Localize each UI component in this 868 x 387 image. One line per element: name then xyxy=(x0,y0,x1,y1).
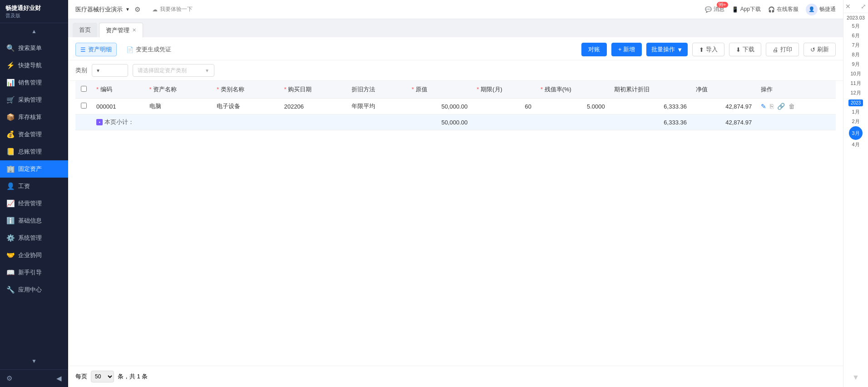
month-6[interactable]: 6月 xyxy=(852,31,859,40)
month-3-active[interactable]: 3月 xyxy=(849,126,863,140)
download-button[interactable]: ⬇ 下载 xyxy=(729,43,761,56)
month-11[interactable]: 11月 xyxy=(850,79,861,88)
sidebar-item-funds[interactable]: 💰 资金管理 xyxy=(0,126,68,143)
cloud-icon: ☁ xyxy=(152,6,158,13)
col-actions: 操作 xyxy=(756,81,836,99)
messages-button[interactable]: 💬 消息 99+ xyxy=(705,5,724,13)
month-7[interactable]: 7月 xyxy=(852,40,859,50)
sidebar-item-app-center[interactable]: 🔧 应用中心 xyxy=(0,281,68,298)
sidebar-item-fixed-assets[interactable]: 🏢 固定资产 xyxy=(0,160,68,178)
sidebar-item-enterprise[interactable]: 🤝 企业协同 xyxy=(0,247,68,264)
search-icon: 🔍 xyxy=(6,44,15,52)
company-selector[interactable]: 医疗器械行业演示 ▼ xyxy=(75,5,130,14)
tab-home[interactable]: 首页 xyxy=(73,23,97,37)
delete-icon[interactable]: 🗑 xyxy=(789,103,795,110)
sidebar-item-management[interactable]: 📈 经营管理 xyxy=(0,195,68,212)
link-icon[interactable]: 🔗 xyxy=(777,103,785,110)
scroll-down-icon[interactable]: ▼ xyxy=(852,373,859,384)
month-2[interactable]: 2月 xyxy=(852,117,859,126)
messages-badge: 99+ xyxy=(717,2,728,8)
close-panel-icon[interactable]: ✕ xyxy=(845,3,851,10)
category-filter-input[interactable]: 请选择固定资产类别 ▼ xyxy=(133,64,214,77)
sidebar-item-inventory[interactable]: 📦 库存核算 xyxy=(0,109,68,126)
filter-dropdown-icon: ▼ xyxy=(205,68,209,73)
download-label: 下载 xyxy=(743,45,754,54)
chevron-down-icon: ▼ xyxy=(677,46,683,53)
sidebar: 畅捷通好业财 普及版 ▲ 🔍 搜索菜单 ⚡ 快捷导航 📊 销售管理 🛒 采购管理… xyxy=(0,0,68,387)
message-icon: 💬 xyxy=(705,6,712,13)
month-12[interactable]: 12月 xyxy=(850,88,861,98)
sidebar-item-system[interactable]: ⚙️ 系统管理 xyxy=(0,229,68,247)
select-all-checkbox[interactable] xyxy=(81,86,87,92)
fixed-assets-icon: 🏢 xyxy=(6,165,15,173)
select-chevron-icon: ▼ xyxy=(96,68,100,73)
per-page-select[interactable]: 50 100 200 xyxy=(91,371,114,382)
enterprise-icon: 🤝 xyxy=(6,251,15,259)
cell-residual-rate: 5.0000 xyxy=(536,99,610,114)
topbar: 医疗器械行业演示 ▼ ⚙ ☁ 我要体验一下 💬 消息 99+ 📱 App下载 🎧… xyxy=(68,0,843,19)
expand-panel-icon[interactable]: ⤢ xyxy=(861,3,866,10)
sidebar-scroll-up[interactable]: ▲ xyxy=(0,23,68,40)
sidebar-item-search[interactable]: 🔍 搜索菜单 xyxy=(0,40,68,57)
sidebar-item-label: 搜索菜单 xyxy=(18,44,42,52)
app-logo: 畅捷通好业财 普及版 xyxy=(0,0,68,23)
page-content: ☰ 资产明细 📄 变更生成凭证 对账 + 新增 批量操作 ▼ ⬆ 导入 xyxy=(68,37,843,387)
sidebar-item-label: 经营管理 xyxy=(18,199,42,208)
online-service-button[interactable]: 🎧 在线客服 xyxy=(768,5,799,13)
edit-icon[interactable]: ✎ xyxy=(761,103,766,110)
col-period: * 期限(月) xyxy=(472,81,536,99)
table-body: 000001 电脑 电子设备 202206 年限平均 50,000.00 60 … xyxy=(75,99,836,130)
sidebar-item-ledger[interactable]: 📒 总账管理 xyxy=(0,143,68,160)
user-profile[interactable]: 👤 畅捷通 xyxy=(806,4,836,15)
col-purchase-date: * 购买日期 xyxy=(279,81,347,99)
experience-button[interactable]: ☁ 我要体验一下 xyxy=(152,5,193,13)
month-4[interactable]: 4月 xyxy=(852,140,859,149)
tab-asset-management[interactable]: 资产管理 ✕ xyxy=(99,23,143,37)
reconcile-button[interactable]: 对账 xyxy=(581,43,607,56)
row-checkbox[interactable] xyxy=(81,103,87,109)
asset-table-wrap: * 编码 * 资产名称 * 类别名称 * 购买日期 折旧方法 * 原值 * 期限… xyxy=(68,81,843,366)
add-new-button[interactable]: + 新增 xyxy=(611,43,642,56)
sidebar-scroll-down[interactable]: ▼ xyxy=(0,353,68,369)
sub-tab-asset-detail[interactable]: ☰ 资产明细 xyxy=(75,43,117,56)
sub-tab-voucher[interactable]: 📄 变更生成凭证 xyxy=(121,43,176,56)
company-name: 医疗器械行业演示 xyxy=(75,5,123,14)
month-5[interactable]: 5月 xyxy=(852,21,859,31)
cell-initial-depreciation: 6,333.36 xyxy=(610,99,691,114)
sidebar-item-label: 总账管理 xyxy=(18,148,42,156)
tab-asset-label: 资产管理 xyxy=(106,26,129,35)
month-1[interactable]: 1月 xyxy=(852,107,859,117)
sub-tab-voucher-label: 变更生成凭证 xyxy=(136,45,171,54)
current-year-badge: 2023 xyxy=(848,99,863,106)
month-8[interactable]: 8月 xyxy=(852,50,859,60)
month-10[interactable]: 10月 xyxy=(850,69,861,79)
print-button[interactable]: 🖨 打印 xyxy=(766,43,799,56)
sidebar-item-guide[interactable]: 📖 新手引导 xyxy=(0,264,68,281)
col-category: * 类别名称 xyxy=(212,81,279,99)
month-9[interactable]: 9月 xyxy=(852,60,859,69)
app-download-button[interactable]: 📱 App下载 xyxy=(732,5,761,13)
tab-close-icon[interactable]: ✕ xyxy=(132,27,136,33)
import-button[interactable]: ⬆ 导入 xyxy=(692,43,724,56)
tab-home-label: 首页 xyxy=(79,26,91,34)
sidebar-item-purchase[interactable]: 🛒 采购管理 xyxy=(0,91,68,109)
subtotal-original-value: 50,000.00 xyxy=(407,114,472,130)
sidebar-item-label: 采购管理 xyxy=(18,96,42,104)
sidebar-item-sales[interactable]: 📊 销售管理 xyxy=(0,74,68,91)
category-filter-select[interactable]: ▼ xyxy=(92,64,128,77)
refresh-button[interactable]: ↺ 刷新 xyxy=(804,43,836,56)
collapse-icon[interactable]: ◀ xyxy=(56,374,62,382)
sidebar-item-payroll[interactable]: 👤 工资 xyxy=(0,178,68,195)
app-download-label: App下载 xyxy=(740,5,761,13)
batch-ops-button[interactable]: 批量操作 ▼ xyxy=(646,43,688,56)
sidebar-item-basic-info[interactable]: ℹ️ 基础信息 xyxy=(0,212,68,229)
download-icon: ⬇ xyxy=(736,46,741,53)
app-name: 畅捷通好业财 xyxy=(5,5,63,12)
col-residual-rate: * 残值率(%) xyxy=(536,81,610,99)
sidebar-item-label: 销售管理 xyxy=(18,79,42,87)
copy-icon[interactable]: ⎘ xyxy=(770,103,774,110)
import-label: 导入 xyxy=(706,45,718,54)
settings-icon[interactable]: ⚙ xyxy=(6,374,12,382)
sidebar-item-quick-nav[interactable]: ⚡ 快捷导航 xyxy=(0,57,68,74)
settings-gear-icon[interactable]: ⚙ xyxy=(134,5,140,14)
